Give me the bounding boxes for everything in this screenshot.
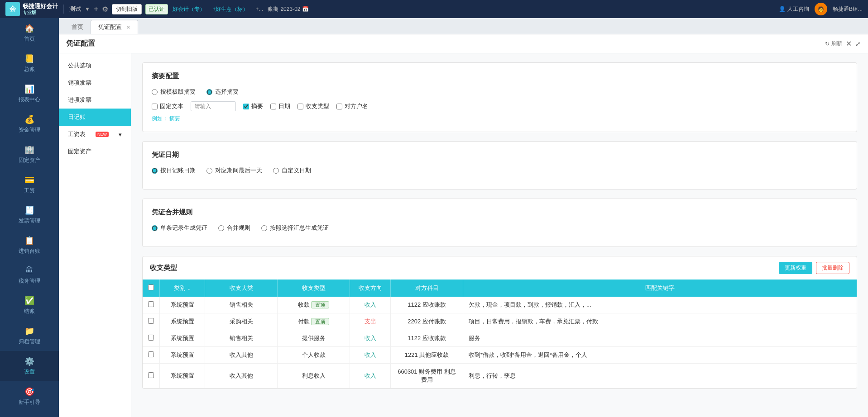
tab-home[interactable]: 首页 xyxy=(64,20,91,34)
sidebar-item-tax[interactable]: 🏛 税务管理 xyxy=(0,261,59,290)
summary-radio-template[interactable]: 按模板版摘要 xyxy=(152,88,196,96)
fixed-text-input[interactable] xyxy=(191,101,236,111)
refresh-button[interactable]: ↻ 刷新 xyxy=(825,40,842,47)
row-major-3: 销售相关 xyxy=(205,330,278,347)
th-major: 收支大类 xyxy=(205,280,278,297)
th-select-all[interactable] xyxy=(143,280,160,297)
topbar-settings-icon[interactable]: ⚙ xyxy=(102,5,108,14)
date-radio-custom[interactable]: 自定义日期 xyxy=(273,166,311,175)
main-content: 摘要配置 按模板版摘要 选择摘要 xyxy=(131,53,868,417)
row-direction-5: 收入 xyxy=(350,364,391,389)
row-checkbox-4[interactable] xyxy=(143,347,160,364)
row-major-5: 收入其他 xyxy=(205,364,278,389)
merge-radio-group: 单条记录生成凭证 合并规则 按照选择汇总生成凭证 xyxy=(152,224,848,232)
topbar: 会 畅捷通好会计 专业版 测试 ▼ + ⚙ 切到旧版 已认证 好会计（专） +好… xyxy=(0,0,868,18)
example-text: 例如： 摘要 xyxy=(152,115,848,123)
row-direction-4: 收入 xyxy=(350,347,391,364)
income-type-checkbox[interactable]: 收支类型 xyxy=(297,102,329,110)
row-category-1: 系统预置 xyxy=(160,297,205,313)
tab-voucher-config[interactable]: 凭证配置 ✕ xyxy=(91,20,138,34)
topbar-dropdown-arrow[interactable]: ▼ xyxy=(85,6,90,12)
sidebar-item-invoice[interactable]: 🧾 发票管理 xyxy=(0,200,59,230)
switch-version-button[interactable]: 切到旧版 xyxy=(112,4,142,14)
table-row: 系统预置 销售相关 收款 置顶 收入 1122 应收账款 欠款，现金，项目款，到… xyxy=(143,297,857,313)
nav-item-public[interactable]: 公共选项 xyxy=(59,57,131,74)
summary-checkbox[interactable]: 摘要 xyxy=(243,102,263,110)
sidebar-item-archive[interactable]: 📁 归档管理 xyxy=(0,321,59,351)
merge-radio-single[interactable]: 单条记录生成凭证 xyxy=(152,224,207,232)
date-checkbox[interactable]: 日期 xyxy=(270,102,290,110)
fixed-text-checkbox[interactable]: 固定文本 xyxy=(152,102,183,110)
sidebar-label-tax: 税务管理 xyxy=(19,277,40,285)
page-expand-button[interactable]: ⤢ xyxy=(855,40,861,47)
row-category-4: 系统预置 xyxy=(160,347,205,364)
income-table: 类别 ↓ 收支大类 收支类型 收支方向 对方科目 匹配关键字 xyxy=(143,280,857,389)
sidebar-item-settings[interactable]: ⚙️ 设置 xyxy=(0,351,59,381)
table-header-row: 收支类型 更新权重 批量删除 xyxy=(143,256,857,280)
close-period-icon: ✅ xyxy=(24,296,34,306)
user-avatar[interactable]: 🧑 xyxy=(815,3,827,15)
table-row: 系统预置 采购相关 付款 置顶 支出 2202 应付账款 项目，日常费用，报销款… xyxy=(143,313,857,330)
tab-close-icon[interactable]: ✕ xyxy=(126,24,130,30)
username-label: 畅捷通B组... xyxy=(833,5,863,13)
row-checkbox-1[interactable] xyxy=(143,297,160,313)
logo-sub: 专业版 xyxy=(23,10,58,15)
nav-item-fixed-assets[interactable]: 固定资产 xyxy=(59,143,131,160)
summary-checkbox-row: 固定文本 摘要 日期 收支类型 xyxy=(152,101,848,111)
calendar-icon[interactable]: 📅 xyxy=(302,6,309,12)
ledger-icon: 📒 xyxy=(24,54,34,64)
merge-radio-rule[interactable]: 合并规则 xyxy=(218,224,250,232)
sidebar-item-reports[interactable]: 📊 报表中心 xyxy=(0,79,59,109)
row-checkbox-3[interactable] xyxy=(143,330,160,347)
date-title: 凭证日期 xyxy=(152,151,848,159)
nav-item-sales-invoice[interactable]: 销项发票 xyxy=(59,74,131,91)
sidebar-item-guide[interactable]: 🎯 新手引导 xyxy=(0,381,59,412)
topbar-add-icon[interactable]: + xyxy=(94,5,99,14)
nav-item-payroll-sheet[interactable]: 工资表 NEW ▾ xyxy=(59,126,131,143)
topbar-test-label: 测试 xyxy=(69,5,81,13)
delete-button[interactable]: 批量删除 xyxy=(816,262,849,274)
date-radio-period-last[interactable]: 对应期间最后一天 xyxy=(206,166,262,175)
sidebar-label-purchase: 进销台账 xyxy=(19,247,40,255)
row-account-5: 660301 财务费用 利息费用 xyxy=(391,364,463,389)
nav-item-purchase-invoice[interactable]: 进项发票 xyxy=(59,91,131,109)
summary-radio-group: 按模板版摘要 选择摘要 xyxy=(152,88,848,96)
avatar-icon: 🧑 xyxy=(818,6,824,12)
sidebar-item-close[interactable]: ✅ 结账 xyxy=(0,290,59,321)
sidebar-item-payroll[interactable]: 💳 工资 xyxy=(0,170,59,200)
row-checkbox-2[interactable] xyxy=(143,313,160,330)
sidebar-label-payroll: 工资 xyxy=(24,187,35,194)
sidebar-item-funds[interactable]: 💰 资金管理 xyxy=(0,109,59,139)
sidebar-item-ledger[interactable]: 📒 总账 xyxy=(0,48,59,79)
row-category-5: 系统预置 xyxy=(160,364,205,389)
row-direction-2: 支出 xyxy=(350,313,391,330)
sidebar-label-assets: 固定资产 xyxy=(19,156,40,164)
sidebar-item-assets[interactable]: 🏢 固定资产 xyxy=(0,139,59,170)
th-type: 收支类型 xyxy=(278,280,350,297)
reports-icon: 📊 xyxy=(24,84,34,94)
row-direction-3: 收入 xyxy=(350,330,391,347)
support-button[interactable]: 👤 人工咨询 xyxy=(779,5,809,13)
logo-icon: 会 xyxy=(5,2,20,16)
date-radio-group: 按日记账日期 对应期间最后一天 自定义日期 xyxy=(152,166,848,175)
counterpart-checkbox[interactable]: 对方户名 xyxy=(336,102,368,110)
support-icon: 👤 xyxy=(779,6,786,12)
date-radio-journal[interactable]: 按日记账日期 xyxy=(152,166,196,175)
left-nav: 公共选项 销项发票 进项发票 日记账 工资表 NEW ▾ 固定资产 xyxy=(59,53,131,417)
page-close-button[interactable]: ✕ xyxy=(846,39,852,48)
table-row: 系统预置 收入其他 个人收款 收入 1221 其他应收款 收到*借款，收到*备用… xyxy=(143,347,857,364)
update-button[interactable]: 更新权重 xyxy=(779,262,812,274)
row-account-1: 1122 应收账款 xyxy=(391,297,463,313)
topbar-right: 👤 人工咨询 🧑 畅捷通B组... xyxy=(779,3,863,15)
summary-radio-select[interactable]: 选择摘要 xyxy=(206,88,239,96)
nav-item-journal[interactable]: 日记账 xyxy=(59,109,131,126)
sidebar-item-purchase[interactable]: 📋 进销台账 xyxy=(0,230,59,261)
sidebar-item-home[interactable]: 🏠 首页 xyxy=(0,18,59,48)
row-keywords-4: 收到*借款，收到*备用金，退回*备用金，个人 xyxy=(463,347,857,364)
row-keywords-5: 利息，行转，孳息 xyxy=(463,364,857,389)
row-checkbox-5[interactable] xyxy=(143,364,160,389)
sidebar-label-settings: 设置 xyxy=(24,368,35,376)
sidebar-item-member[interactable]: 👑 畅会员 xyxy=(0,412,59,417)
row-major-1: 销售相关 xyxy=(205,297,278,313)
merge-radio-summary[interactable]: 按照选择汇总生成凭证 xyxy=(261,224,329,232)
